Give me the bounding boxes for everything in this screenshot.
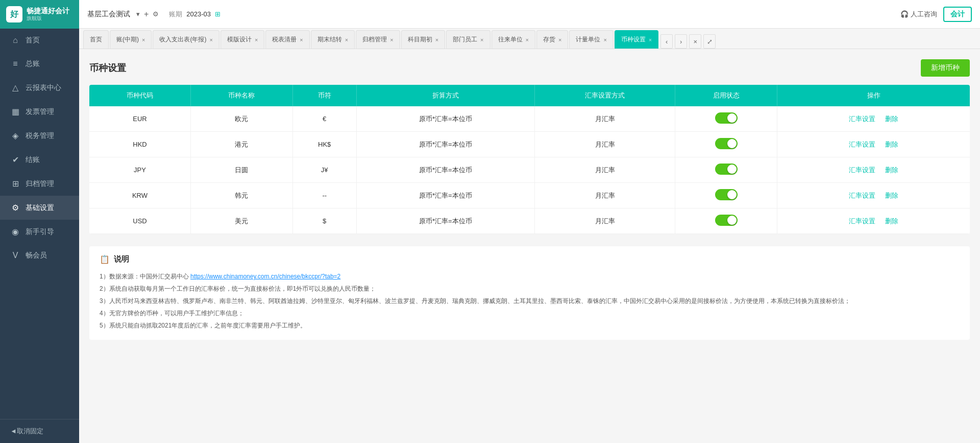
cell-actions-3: 汇率设置 删除 [777,183,970,208]
tab-label-department: 部门员工 [453,35,477,44]
sidebar-pin-toggle[interactable]: ◄取消固定 [0,419,79,443]
app-logo-text: 畅捷通好会计 旗舰版 [27,7,69,22]
tab-close-unit[interactable]: × [603,37,606,43]
sidebar-item-settings[interactable]: ⚙ 基础设置 [0,196,79,220]
new-currency-button[interactable]: 新增币种 [921,59,970,77]
sidebar-item-home[interactable]: ⌂ 首页 [0,29,79,52]
rate-setting-link-1[interactable]: 汇率设置 [849,141,875,148]
sidebar-label-home: 首页 [26,36,40,45]
sidebar-item-archive[interactable]: ⊞ 归档管理 [0,172,79,196]
rate-setting-link-3[interactable]: 汇率设置 [849,192,875,199]
note-item-4: 5）系统只能自动抓取2021年度后的汇率，之前年度汇率需要用户手工维护。 [100,319,960,332]
note-title: 📋 说明 [100,254,960,264]
cell-status-3 [675,183,777,208]
home-icon: ⌂ [10,36,20,45]
delete-link-3[interactable]: 删除 [885,192,898,199]
toggle-enabled-1[interactable] [715,138,738,149]
tab-close-customers[interactable]: × [526,37,529,43]
note-content: 1）数据来源：中国外汇交易中心 https://www.chinamoney.c… [100,270,960,332]
tab-home[interactable]: 首页 [83,30,109,49]
toggle-enabled-2[interactable] [715,164,738,175]
delete-link-4[interactable]: 删除 [885,217,898,225]
tab-period[interactable]: 账(中期) × [110,30,152,49]
tab-close-archive[interactable]: × [390,37,393,43]
sidebar-item-settlement[interactable]: ✔ 结账 [0,148,79,172]
cell-status-4 [675,208,777,234]
note-item-3: 4）无官方牌价的币种，可以用户手工维护汇率信息； [100,307,960,319]
delete-link-1[interactable]: 删除 [885,141,898,148]
tab-close-income-report[interactable]: × [209,37,212,43]
note-link[interactable]: https://www.chinamoney.com.cn/chinese/bk… [190,273,340,280]
cell-conversion-2: 原币*汇率=本位币 [356,157,535,183]
company-name: 基层工会测试 [87,10,130,19]
cell-conversion-3: 原币*汇率=本位币 [356,183,535,208]
sidebar-item-member[interactable]: V 畅会员 [0,244,79,267]
sidebar-label-invoice: 发票管理 [26,107,54,116]
archive-icon: ⊞ [10,179,20,189]
delete-link-0[interactable]: 删除 [885,115,898,123]
tab-label-home: 首页 [90,35,102,44]
col-rate-type: 汇率设置方式 [535,85,675,106]
tab-archive[interactable]: 归档管理 × [356,30,400,49]
table-row: EUR 欧元 € 原币*汇率=本位币 月汇率 汇率设置 删除 [89,106,970,132]
tax-icon: ◈ [10,131,20,141]
calendar-icon[interactable]: ⊞ [215,10,220,18]
help-button[interactable]: 🎧 人工咨询 [900,10,937,19]
tab-template[interactable]: 模版设计 × [220,30,264,49]
tab-close-all[interactable]: × [689,34,701,49]
cell-rate-type-4: 月汇率 [535,208,675,234]
rate-setting-link-2[interactable]: 汇率设置 [849,166,875,174]
settings-gear-icon[interactable]: ⚙ [153,10,159,18]
cell-name-4: 美元 [190,208,292,234]
tab-close-department[interactable]: × [480,37,483,43]
sidebar-item-ledger[interactable]: ≡ 总账 [0,52,79,76]
account-button[interactable]: 会计 [943,7,972,22]
toggle-enabled-0[interactable] [715,112,738,124]
sidebar-label-settlement: 结账 [26,155,40,165]
note-section: 📋 说明 1）数据来源：中国外汇交易中心 https://www.chinamo… [89,246,970,340]
cell-actions-2: 汇率设置 删除 [777,157,970,183]
tab-close-subject-initial[interactable]: × [435,37,438,43]
cell-symbol-3: -- [292,183,356,208]
tab-inventory[interactable]: 存货 × [536,30,568,49]
sidebar-item-reports[interactable]: △ 云报表中心 [0,76,79,100]
toggle-enabled-3[interactable] [715,189,738,200]
add-icon[interactable]: + [144,10,149,19]
tab-unit[interactable]: 计量单位 × [569,30,613,49]
tab-nav-next[interactable]: › [675,34,687,49]
tab-period-end[interactable]: 期末结转 × [311,30,355,49]
help-label: 人工咨询 [911,10,937,19]
reports-icon: △ [10,83,20,92]
main-area: 基层工会测试 ▾ + ⚙ 账期 2023-03 ⊞ 🎧 人工咨询 会计 首页 账… [79,0,980,443]
page-title-bar: 币种设置 新增币种 [89,59,970,77]
tab-customers[interactable]: 往来单位 × [492,30,535,49]
tab-income-report[interactable]: 收入支出表(年报) × [153,30,219,49]
sidebar-item-tax[interactable]: ◈ 税务管理 [0,124,79,148]
rate-setting-link-0[interactable]: 汇率设置 [849,115,875,123]
rate-setting-link-4[interactable]: 汇率设置 [849,217,875,225]
cell-name-2: 日圆 [190,157,292,183]
tab-label-unit: 计量单位 [576,35,600,44]
tab-close-inventory[interactable]: × [558,37,561,43]
period-value: 2023-03 [186,10,211,18]
tab-close-tax-table[interactable]: × [300,37,303,43]
toggle-enabled-4[interactable] [715,215,738,226]
col-actions: 操作 [777,85,970,106]
tab-fullscreen[interactable]: ⤢ [703,34,716,49]
tab-label-template: 模版设计 [227,35,252,44]
tab-label-period-end: 期末结转 [317,35,342,44]
tab-nav-prev[interactable]: ‹ [660,34,673,49]
tab-close-period-end[interactable]: × [345,37,348,43]
tab-currency[interactable]: 币种设置 × [615,30,658,49]
tab-subject-initial[interactable]: 科目期初 × [401,30,445,49]
delete-link-2[interactable]: 删除 [885,166,898,174]
tab-close-currency[interactable]: × [649,37,652,43]
tab-tax-table[interactable]: 税表清册 × [265,30,309,49]
tab-close-template[interactable]: × [255,37,258,43]
sidebar-item-invoice[interactable]: ▦ 发票管理 [0,100,79,124]
sidebar-item-guide[interactable]: ◉ 新手引导 [0,220,79,244]
dropdown-icon[interactable]: ▾ [136,10,140,18]
tab-department[interactable]: 部门员工 × [446,30,490,49]
tab-close-period[interactable]: × [142,37,145,43]
cell-code-1: HKD [89,132,190,157]
